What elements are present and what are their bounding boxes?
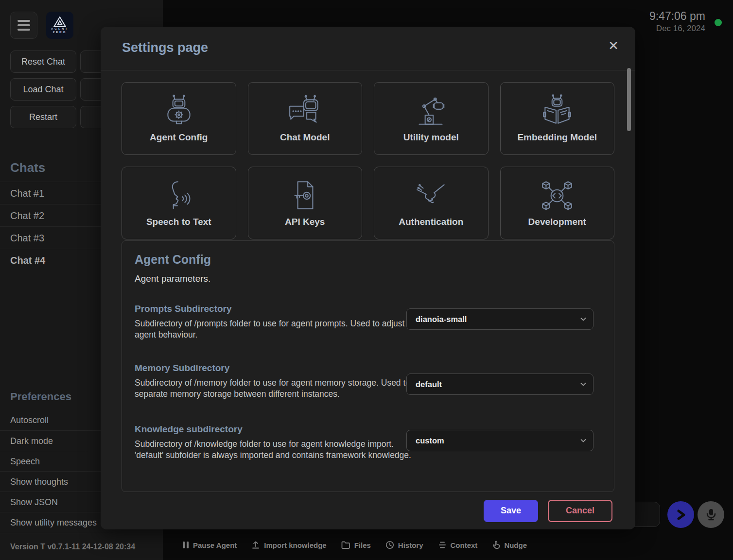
- history-button[interactable]: History: [385, 541, 423, 549]
- connection-status-dot: [715, 19, 722, 26]
- modal-footer: Save Cancel: [101, 492, 635, 529]
- reset-chat-button[interactable]: Reset Chat: [10, 51, 76, 73]
- save-button[interactable]: Save: [484, 500, 538, 522]
- menu-toggle-button[interactable]: [10, 12, 37, 39]
- field-description: Subdirectory of /memory folder to use fo…: [135, 377, 414, 400]
- tile-label: Development: [528, 217, 586, 227]
- tile-label: Utility model: [403, 132, 459, 143]
- context-lines-icon: [438, 541, 447, 549]
- knowledge-subdirectory-select[interactable]: custom: [406, 430, 593, 451]
- close-icon[interactable]: ✕: [608, 39, 619, 52]
- tile-speech-to-text[interactable]: Speech to Text: [122, 167, 236, 239]
- import-knowledge-button[interactable]: Import knowledge: [251, 541, 326, 549]
- microphone-icon: [705, 508, 717, 522]
- microphone-button[interactable]: [698, 501, 724, 528]
- chats-heading: Chats: [10, 160, 45, 175]
- folder-icon: [341, 541, 350, 549]
- bottom-toolbar: Pause Agent Import knowledge Files Histo…: [182, 533, 527, 557]
- load-chat-button[interactable]: Load Chat: [10, 78, 76, 101]
- modal-scrollbar[interactable]: [627, 68, 631, 131]
- clock-date: Dec 16, 2024: [649, 24, 705, 34]
- chevron-down-icon: [580, 317, 586, 321]
- tile-label: Chat Model: [280, 132, 330, 143]
- upload-icon: [251, 541, 260, 549]
- field-description: Subdirectory of /knowledge folder to use…: [135, 439, 414, 461]
- robot-book-icon: [539, 94, 575, 128]
- preferences-heading: Preferences: [10, 390, 71, 403]
- chat-robot-icon: [287, 94, 323, 128]
- restart-button[interactable]: Restart: [10, 106, 76, 128]
- tile-development[interactable]: Development: [500, 167, 615, 239]
- tile-authentication[interactable]: Authentication: [374, 167, 489, 239]
- field-memory-subdirectory: Memory Subdirectory Subdirectory of /mem…: [135, 363, 601, 400]
- tile-label: Agent Config: [150, 132, 208, 143]
- cancel-button[interactable]: Cancel: [548, 500, 612, 522]
- settings-modal: Settings page ✕ Agent Config Chat: [101, 27, 635, 529]
- tile-label: API Keys: [285, 217, 325, 227]
- clock-time: 9:47:06 pm: [649, 10, 705, 23]
- files-button[interactable]: Files: [341, 541, 371, 549]
- tile-utility-model[interactable]: Utility model: [374, 82, 489, 155]
- send-button[interactable]: [667, 501, 694, 528]
- tile-chat-model[interactable]: Chat Model: [248, 82, 363, 155]
- nudge-button[interactable]: Nudge: [492, 541, 527, 549]
- pause-icon: [182, 541, 189, 549]
- tile-embedding-model[interactable]: Embedding Model: [500, 82, 615, 155]
- select-value: default: [416, 380, 442, 389]
- settings-tiles: Agent Config Chat Model Utilit: [122, 82, 614, 239]
- send-arrow-icon: [675, 509, 687, 521]
- triangle-logo-icon: [53, 17, 66, 27]
- section-title: Agent Config: [135, 253, 601, 267]
- pointing-hand-icon: [492, 541, 500, 549]
- memory-subdirectory-select[interactable]: default: [406, 373, 593, 395]
- key-document-icon: [287, 179, 323, 213]
- field-knowledge-subdirectory: Knowledge subdirectory Subdirectory of /…: [135, 424, 601, 461]
- tile-label: Embedding Model: [517, 132, 597, 143]
- robot-gear-icon: [161, 94, 197, 128]
- field-label: Memory Subdirectory: [135, 363, 601, 373]
- agent-config-section: Agent Config Agent parameters. Prompts S…: [122, 240, 614, 492]
- select-value: custom: [416, 436, 444, 445]
- tile-label: Speech to Text: [146, 217, 211, 227]
- modal-title: Settings page: [122, 40, 208, 55]
- code-cubes-icon: [539, 179, 575, 213]
- clock: 9:47:06 pm Dec 16, 2024: [649, 10, 705, 34]
- hamburger-icon: [17, 20, 30, 22]
- robot-arm-icon: [413, 94, 449, 128]
- logo-text-line2: ZERO: [53, 31, 67, 34]
- modal-header: Settings page ✕: [101, 27, 635, 70]
- prompts-subdirectory-select[interactable]: dianoia-small: [406, 308, 593, 330]
- field-description: Subdirectory of /prompts folder to use f…: [135, 318, 414, 340]
- tile-api-keys[interactable]: API Keys: [248, 167, 363, 239]
- select-value: dianoia-small: [416, 315, 467, 324]
- pause-agent-button[interactable]: Pause Agent: [182, 541, 237, 549]
- handshake-icon: [413, 179, 449, 213]
- speaking-face-icon: [161, 179, 197, 213]
- agent-zero-logo: AGENT ZERO: [46, 12, 73, 39]
- history-clock-icon: [385, 541, 394, 549]
- tile-agent-config[interactable]: Agent Config: [122, 82, 236, 155]
- version-text: Version T v0.7.1-11 24-12-08 20:34: [0, 533, 163, 560]
- chevron-down-icon: [580, 382, 586, 386]
- tile-label: Authentication: [399, 217, 463, 227]
- field-prompts-subdirectory: Prompts Subdirectory Subdirectory of /pr…: [135, 304, 601, 340]
- logo-text-line1: AGENT: [51, 27, 69, 31]
- context-button[interactable]: Context: [438, 541, 478, 549]
- section-subtitle: Agent parameters.: [135, 273, 601, 284]
- chevron-down-icon: [580, 439, 586, 442]
